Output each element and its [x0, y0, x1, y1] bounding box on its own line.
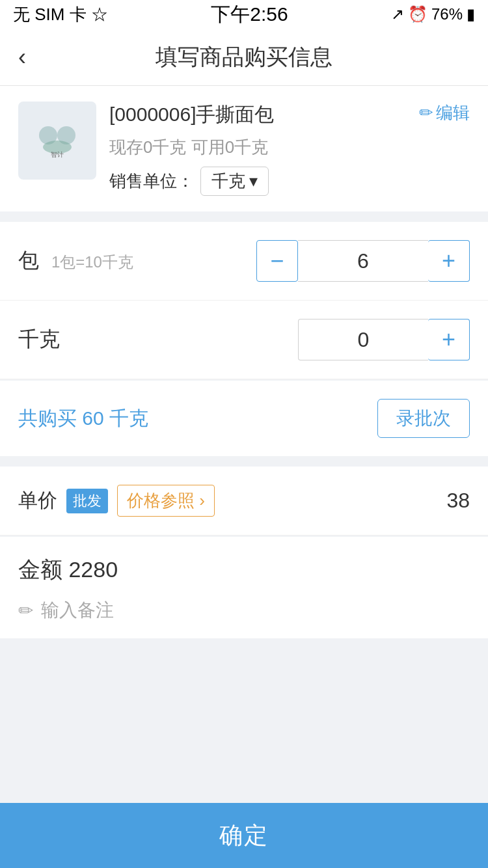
- location-icon: ↗: [391, 5, 404, 23]
- note-row[interactable]: ✏ 输入备注: [18, 598, 470, 623]
- sim-status: 无 SIM 卡 ☆: [13, 3, 108, 26]
- qty-controls-kg: +: [298, 319, 470, 360]
- product-unit: 销售单位： 千克 ▾: [109, 167, 470, 196]
- total-amount: 60: [82, 407, 103, 429]
- edit-icon: ✏: [419, 103, 433, 123]
- product-info: [0000006]手撕面包 ✏ 编辑 现存0千克 可用0千克 销售单位： 千克 …: [109, 102, 470, 196]
- alarm-icon: ⏰: [408, 5, 427, 23]
- qty-input-kg[interactable]: [298, 319, 428, 360]
- price-ref-button[interactable]: 价格参照 ›: [117, 485, 215, 517]
- qty-controls-bao: − +: [256, 240, 470, 282]
- status-right: ↗ ⏰ 76% ▮: [391, 5, 475, 23]
- total-text: 共购买 60 千克: [18, 405, 148, 432]
- price-tag: 批发: [66, 489, 108, 513]
- unit-select[interactable]: 千克 ▾: [200, 167, 269, 196]
- amount-row: 金额 2280: [18, 555, 470, 585]
- status-bar: 无 SIM 卡 ☆ 下午2:56 ↗ ⏰ 76% ▮: [0, 0, 488, 29]
- qty-plus-bao[interactable]: +: [428, 240, 470, 282]
- quantity-row-bao: 包 1包=10千克 − +: [0, 222, 488, 301]
- qty-label-bao: 包: [18, 249, 39, 272]
- price-section: 单价 批发 价格参照 › 38: [0, 467, 488, 536]
- product-image: 智计: [18, 102, 96, 180]
- quantity-row-kg: 千克 +: [0, 301, 488, 379]
- price-value: 38: [446, 489, 470, 513]
- qty-minus-bao[interactable]: −: [256, 240, 298, 282]
- status-time: 下午2:56: [211, 1, 288, 28]
- back-button[interactable]: ‹: [18, 44, 26, 71]
- product-name: [0000006]手撕面包: [109, 102, 274, 128]
- note-placeholder: 输入备注: [41, 598, 114, 623]
- status-left: 无 SIM 卡 ☆: [13, 3, 108, 26]
- battery-level: 76%: [431, 5, 463, 23]
- page-title: 填写商品购买信息: [156, 42, 332, 72]
- quantity-section: 包 1包=10千克 − + 千克 +: [0, 222, 488, 379]
- qty-hint-bao: 1包=10千克: [51, 253, 133, 271]
- amount-value: 2280: [68, 557, 118, 582]
- nav-bar: ‹ 填写商品购买信息: [0, 29, 488, 86]
- total-section: 共购买 60 千克 录批次: [0, 381, 488, 456]
- qty-label-kg: 千克: [18, 327, 60, 351]
- pencil-icon: ✏: [18, 600, 33, 621]
- edit-button[interactable]: ✏ 编辑: [419, 102, 470, 124]
- qty-input-bao[interactable]: [298, 240, 428, 282]
- product-section: 智计 [0000006]手撕面包 ✏ 编辑 现存0千克 可用0千克 销售单位： …: [0, 86, 488, 211]
- batch-button[interactable]: 录批次: [377, 399, 470, 438]
- amount-section: 金额 2280 ✏ 输入备注: [0, 537, 488, 638]
- svg-text:智计: 智计: [51, 151, 64, 158]
- battery-icon: ▮: [467, 5, 475, 23]
- qty-plus-kg[interactable]: +: [428, 319, 470, 360]
- product-stock: 现存0千克 可用0千克: [109, 136, 470, 159]
- price-label: 单价: [18, 487, 57, 514]
- confirm-button[interactable]: 确定: [0, 803, 488, 868]
- dropdown-icon: ▾: [249, 171, 258, 191]
